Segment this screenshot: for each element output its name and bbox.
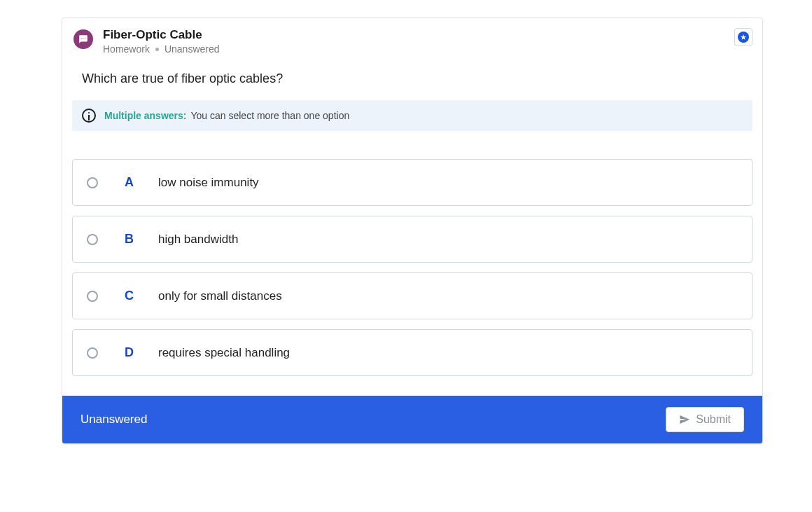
question-text: Which are true of fiber optic cables? [62,60,762,100]
question-title: Fiber-Optic Cable [103,28,220,42]
submit-button[interactable]: Submit [666,407,744,432]
submit-label: Submit [696,413,731,426]
option-text: low noise immunity [158,176,259,190]
question-meta: Homework Unanswered [103,43,220,55]
hint-label: Multiple answers: [104,110,186,121]
option-text: only for small distances [158,289,282,303]
meta-category: Homework [103,43,150,55]
meta-status: Unanswered [164,43,220,55]
question-card: Fiber-Optic Cable Homework Unanswered Wh… [62,18,763,444]
star-icon [738,32,749,43]
radio-icon [87,347,98,359]
option-letter: A [125,175,141,190]
paper-plane-icon [679,414,690,425]
option-c[interactable]: C only for small distances [72,272,752,319]
title-block: Fiber-Optic Cable Homework Unanswered [103,28,220,55]
chat-icon [74,29,93,49]
card-header: Fiber-Optic Cable Homework Unanswered [62,18,762,60]
option-letter: B [125,232,141,247]
option-text: requires special handling [158,346,290,360]
option-letter: D [125,345,141,360]
option-letter: C [125,289,141,303]
option-text: high bandwidth [158,233,238,247]
meta-separator-icon [155,48,159,51]
hint-bar: Multiple answers: You can select more th… [72,100,752,131]
bookmark-button[interactable] [734,28,752,46]
radio-icon [87,234,98,245]
options-list: A low noise immunity B high bandwidth C … [62,145,762,396]
radio-icon [87,177,98,188]
hint-text: You can select more than one option [190,110,349,121]
card-footer: Unanswered Submit [62,396,762,443]
footer-status: Unanswered [80,413,147,427]
option-a[interactable]: A low noise immunity [72,159,752,206]
info-icon [82,109,96,123]
option-b[interactable]: B high bandwidth [72,216,752,263]
radio-icon [87,291,98,302]
option-d[interactable]: D requires special handling [72,329,752,376]
